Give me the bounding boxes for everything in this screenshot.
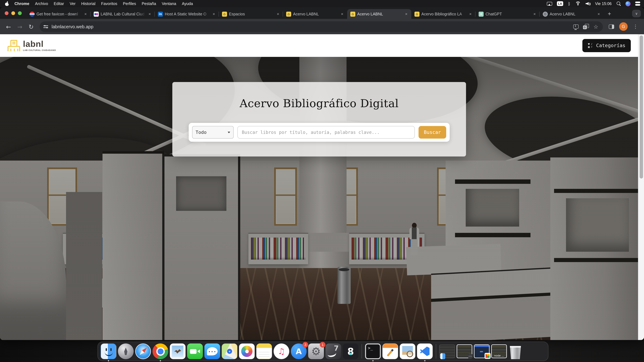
- menu-item-pestaña[interactable]: Pestaña: [139, 1, 159, 6]
- translate-icon[interactable]: [581, 21, 591, 31]
- browser-tab-2[interactable]: LABNL Lab Cultural Ciud×: [90, 9, 155, 19]
- dock-item-rhino8[interactable]: [343, 344, 358, 359]
- browser-tab-8[interactable]: ✳ChatGPT×: [476, 9, 540, 19]
- dock-item-appstore[interactable]: 3: [291, 344, 306, 359]
- input-source-icon[interactable]: LA: [557, 1, 563, 6]
- close-window-button[interactable]: [5, 11, 8, 15]
- tab-close-icon[interactable]: ×: [276, 11, 280, 16]
- globe-favicon-icon: ⊕: [543, 11, 548, 16]
- browser-tab-9[interactable]: ⊕Acervo LABNL×: [540, 9, 604, 19]
- search-button[interactable]: Buscar: [418, 126, 446, 139]
- dock-item-vscode[interactable]: [417, 344, 433, 359]
- menu-item-chrome[interactable]: Chrome: [12, 1, 32, 6]
- browser-tab-4[interactable]: ⌂Espacios×: [219, 9, 283, 19]
- dock-item-finder[interactable]: [100, 344, 116, 359]
- menu-item-favoritos[interactable]: Favoritos: [98, 1, 120, 6]
- control-center-icon[interactable]: [635, 1, 640, 6]
- categories-button[interactable]: ♥♪▣⚡ Categorías: [582, 39, 631, 52]
- volume-icon[interactable]: )): [586, 2, 590, 5]
- flickr-favicon-icon: [94, 11, 99, 16]
- mail-icon: [170, 344, 186, 359]
- dock-item-launchpad[interactable]: [118, 344, 134, 359]
- dock-item-settings[interactable]: 1: [308, 344, 324, 359]
- menu-item-ventana[interactable]: Ventana: [159, 1, 179, 6]
- dock-item-notes[interactable]: [256, 344, 272, 359]
- profile-avatar[interactable]: G: [619, 22, 628, 31]
- dock-item-facetime[interactable]: [187, 344, 203, 359]
- browser-tab-3[interactable]: inHost A Static Website O×: [155, 9, 219, 19]
- menu-item-ayuda[interactable]: Ayuda: [179, 1, 196, 6]
- site-settings-icon[interactable]: [44, 24, 48, 29]
- dock-item-photos[interactable]: [239, 344, 255, 359]
- dock-item-terminal[interactable]: [365, 344, 381, 359]
- bluetooth-icon[interactable]: ᛒ: [568, 1, 570, 6]
- new-tab-button[interactable]: +: [605, 9, 614, 18]
- forward-button[interactable]: →: [14, 21, 25, 32]
- browser-tab-5[interactable]: ⌂Acervo LABNL×: [283, 9, 347, 19]
- wifi-icon[interactable]: [575, 1, 581, 6]
- dock-item-preview[interactable]: [400, 344, 416, 359]
- chrome-menu-icon[interactable]: ⋮: [630, 21, 641, 32]
- dock-item-win-finder[interactable]: [439, 345, 455, 358]
- dock-item-win-node[interactable]: [491, 345, 507, 358]
- dock-item-maps[interactable]: [222, 344, 238, 359]
- spotlight-icon[interactable]: [616, 1, 621, 6]
- menu-item-historial[interactable]: Historial: [78, 1, 98, 6]
- dock-item-mail[interactable]: [170, 344, 186, 359]
- tab-close-icon[interactable]: ×: [532, 11, 537, 16]
- tab-search-button[interactable]: ∨: [632, 10, 641, 17]
- dock-item-pages[interactable]: [382, 344, 398, 359]
- dock-item-safari[interactable]: [135, 344, 151, 359]
- photos-icon: [239, 344, 255, 359]
- finder-icon: [100, 344, 116, 359]
- menu-bar-clock[interactable]: Vie 15:06: [595, 1, 612, 6]
- dock-item-trash[interactable]: [508, 344, 522, 359]
- site-header: labnl LAB CULTURAL CIUDADANO ♥♪▣⚡ Catego…: [0, 34, 644, 57]
- back-button[interactable]: ←: [3, 21, 14, 32]
- tab-close-icon[interactable]: ×: [83, 11, 88, 16]
- dock-item-chrome[interactable]: [152, 344, 168, 359]
- browser-tab-6[interactable]: ⌂Acervo LABNL×: [347, 9, 411, 19]
- labnl-favicon-icon: ⌂: [286, 11, 291, 16]
- menu-item-editar[interactable]: Editar: [51, 1, 67, 6]
- search-input[interactable]: Buscar libros por título, autoría, palab…: [238, 126, 415, 139]
- apple-menu-icon[interactable]: [5, 1, 9, 6]
- menu-item-archivo[interactable]: Archivo: [32, 1, 51, 6]
- menu-item-ver[interactable]: Ver: [67, 1, 78, 6]
- notification-badge: 3: [302, 342, 308, 348]
- menu-item-perfiles[interactable]: Perfiles: [120, 1, 139, 6]
- tab-close-icon[interactable]: ×: [147, 11, 152, 16]
- dock-divider: [362, 344, 362, 359]
- dock-item-music[interactable]: [274, 344, 289, 359]
- tab-close-icon[interactable]: ×: [404, 11, 409, 16]
- dock-item-rhino7[interactable]: [326, 344, 341, 359]
- tab-close-icon[interactable]: ×: [211, 11, 216, 16]
- screen-mirroring-icon[interactable]: [547, 2, 552, 5]
- labnl-logo[interactable]: labnl LAB CULTURAL CIUDADANO: [8, 40, 56, 51]
- tab-close-icon[interactable]: ×: [340, 11, 345, 16]
- dock-item-messages[interactable]: [204, 344, 220, 359]
- url-text[interactable]: labnlacervo.web.app: [52, 24, 571, 29]
- tab-close-icon[interactable]: ×: [468, 11, 473, 16]
- dock-item-win-terminal[interactable]: [456, 345, 472, 358]
- dock-item-win-chrome[interactable]: [474, 345, 490, 358]
- tab-close-icon[interactable]: ×: [596, 11, 601, 16]
- siri-icon[interactable]: [626, 1, 630, 6]
- minimize-window-button[interactable]: [11, 11, 15, 15]
- tab-title: ChatGPT: [486, 12, 530, 16]
- side-panel-icon[interactable]: [606, 21, 617, 32]
- bookmark-star-icon[interactable]: ☆: [591, 21, 601, 31]
- search-filter-select[interactable]: Todo: [192, 126, 234, 139]
- browser-tab-1[interactable]: Get free favicon - downl×: [26, 9, 90, 19]
- reload-button[interactable]: ↻: [26, 21, 36, 32]
- scrollbar-thumb[interactable]: [640, 35, 643, 178]
- chrome-window: Get free favicon - downl×LABNL Lab Cultu…: [0, 7, 644, 340]
- launchpad-icon: [118, 344, 134, 359]
- running-indicator-dot: [160, 360, 161, 361]
- install-app-icon[interactable]: [571, 21, 581, 31]
- address-bar[interactable]: labnlacervo.web.app ☆: [40, 21, 603, 32]
- hero-section: Acervo Bibliográfico Digital Todo Buscar…: [0, 57, 644, 340]
- zoom-window-button[interactable]: [18, 11, 22, 15]
- browser-tab-7[interactable]: ⌂Acervo Bibliográfico LA×: [411, 9, 476, 19]
- page-scrollbar[interactable]: [638, 34, 644, 340]
